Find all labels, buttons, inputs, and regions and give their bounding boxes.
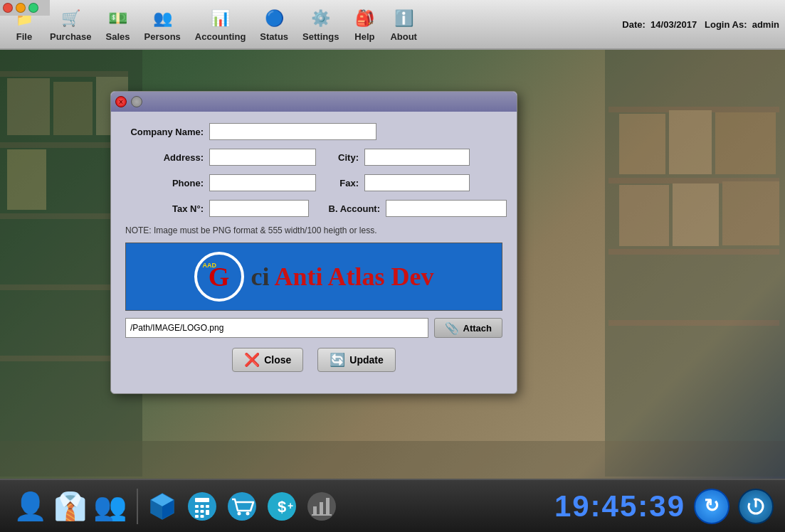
menu-help[interactable]: 🎒 Help (346, 4, 383, 45)
company-name-input[interactable] (209, 123, 376, 140)
taskbar-person2[interactable]: 👔 (51, 488, 88, 525)
menu-sales[interactable]: 💵 Sales (99, 4, 137, 45)
svg-rect-34 (195, 515, 199, 518)
svg-rect-20 (722, 181, 779, 245)
baccount-group: B. Account: (323, 200, 507, 217)
logo-text-area: ci Anti Atlas Dev (251, 262, 434, 292)
svg-point-37 (238, 511, 241, 515)
svg-rect-15 (619, 114, 665, 174)
close-button[interactable]: ❌ Close (232, 348, 303, 372)
svg-rect-12 (53, 82, 93, 135)
city-label: City: (330, 152, 359, 163)
attach-row: 📎 Attach (125, 318, 502, 338)
persons-icon: 👥 (151, 7, 174, 30)
menu-settings[interactable]: ⚙️ Settings (295, 4, 346, 45)
address-input[interactable] (209, 149, 316, 166)
menu-persons-label: Persons (144, 31, 181, 42)
svg-rect-28 (195, 505, 199, 508)
attach-button[interactable]: 📎 Attach (434, 318, 502, 338)
tax-input[interactable] (209, 200, 309, 217)
logo-circle: AAD G (194, 252, 244, 302)
update-btn-icon: 🔄 (330, 352, 345, 368)
cube-icon (147, 491, 178, 522)
taskbar-person1[interactable]: 👤 (11, 488, 48, 525)
baccount-input[interactable] (386, 200, 507, 217)
about-icon: ℹ️ (392, 7, 415, 30)
svg-rect-11 (7, 78, 50, 135)
login-label: Login As: (705, 19, 747, 30)
tax-label: Tax N°: (125, 203, 204, 214)
taskbar-divider1 (137, 489, 138, 524)
purchase-icon: 🛒 (59, 7, 82, 30)
phone-label: Phone: (125, 178, 204, 188)
taskbar-chart[interactable] (303, 488, 340, 525)
svg-rect-21 (0, 441, 785, 484)
menu-help-label: Help (354, 31, 374, 42)
calculator-icon (186, 491, 218, 522)
dialog-min-btn[interactable] (131, 96, 142, 107)
menu-purchase[interactable]: 🛒 Purchase (43, 4, 99, 45)
menu-about[interactable]: ℹ️ About (383, 4, 424, 45)
dialog-titlebar: × (111, 92, 517, 112)
phone-input[interactable] (209, 174, 316, 191)
help-icon: 🎒 (353, 7, 376, 30)
menu-purchase-label: Purchase (50, 31, 92, 42)
taskbar-cube[interactable] (144, 488, 181, 525)
taskbar-calculator[interactable] (184, 488, 221, 525)
svg-rect-5 (0, 284, 128, 290)
phone-row: Phone: Fax: (125, 174, 502, 191)
menu-status[interactable]: 🔵 Status (253, 4, 295, 45)
svg-rect-14 (7, 149, 46, 210)
date-value: 14/03/2017 (650, 19, 697, 30)
close-btn-label: Close (264, 354, 291, 366)
taskbar-person3[interactable]: 👥 (91, 488, 128, 525)
svg-rect-2 (0, 71, 128, 77)
svg-rect-33 (206, 510, 209, 515)
dollar-icon: $ + (266, 491, 297, 522)
window-min-btn[interactable] (16, 3, 26, 13)
update-button[interactable]: 🔄 Update (317, 348, 395, 372)
menu-accounting-label: Accounting (195, 31, 246, 42)
address-label: Address: (125, 152, 204, 163)
menu-file-label: File (16, 31, 32, 42)
dialog-close-btn[interactable]: × (115, 96, 127, 107)
attach-icon: 📎 (445, 321, 459, 335)
taskbar: 👤 👔 👥 (0, 479, 785, 532)
menu-accounting[interactable]: 📊 Accounting (188, 4, 253, 45)
svg-rect-10 (608, 320, 779, 326)
logo-path-input[interactable] (125, 318, 428, 338)
date-label: Date: (622, 19, 646, 30)
logo-aad-text: AAD (203, 262, 217, 269)
menubar: 📁 File 🛒 Purchase 💵 Sales 👥 Persons 📊 Ac… (0, 0, 785, 50)
window-close-btn[interactable] (3, 3, 13, 13)
taskbar-right: 19:45:39 ↻ (554, 489, 774, 524)
logo-ci: ci (251, 262, 270, 291)
status-icon: 🔵 (263, 7, 285, 30)
login-value: admin (752, 19, 779, 30)
logo-inner: AAD G ci Anti Atlas Dev (194, 252, 434, 302)
refresh-icon: ↻ (704, 495, 720, 517)
address-row: Address: City: (125, 149, 502, 166)
person3-icon: 👥 (93, 491, 127, 522)
dialog-buttons: ❌ Close 🔄 Update (125, 348, 502, 372)
refresh-button[interactable]: ↻ (694, 489, 729, 524)
tax-row: Tax N°: B. Account: (125, 200, 502, 217)
svg-rect-35 (201, 515, 204, 518)
city-input[interactable] (364, 149, 470, 166)
svg-rect-30 (206, 505, 209, 508)
fax-input[interactable] (364, 174, 470, 191)
svg-rect-6 (0, 356, 128, 361)
power-icon (745, 496, 766, 517)
power-button[interactable] (738, 489, 774, 524)
cart-icon (226, 491, 258, 522)
menu-persons[interactable]: 👥 Persons (137, 4, 188, 45)
taskbar-dollar[interactable]: $ + (263, 488, 300, 525)
fax-group: Fax: (330, 174, 470, 191)
window-max-btn[interactable] (28, 3, 38, 13)
taskbar-cart[interactable] (223, 488, 260, 525)
svg-text:+: + (288, 500, 293, 511)
svg-text:$: $ (278, 498, 286, 516)
svg-rect-32 (201, 510, 204, 513)
svg-rect-27 (195, 498, 209, 502)
svg-rect-29 (201, 505, 204, 508)
